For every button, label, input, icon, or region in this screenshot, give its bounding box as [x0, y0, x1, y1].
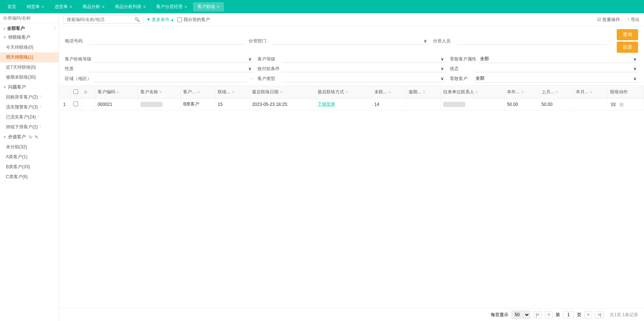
nav-home[interactable]: 首页: [3, 2, 21, 11]
sidebar-collapse-icon[interactable]: 《: [52, 26, 56, 31]
nav-close-sales[interactable]: ✕: [41, 5, 44, 9]
sort-ctype-icon: ⇅: [197, 90, 200, 94]
price-level-select[interactable]: ∨: [94, 56, 253, 63]
customer-type-select[interactable]: ∨: [282, 75, 446, 82]
sidebar-search-input[interactable]: [3, 15, 58, 21]
query-setting-btns: 查询 设置: [617, 29, 638, 53]
sidebar-item-overdue[interactable]: 逾期未联络(30): [0, 72, 59, 82]
chevron-down-price: ∨: [248, 56, 252, 62]
th-last-method[interactable]: 最后联络方式 ⇅: [315, 86, 372, 99]
action-icon-1[interactable]: ☎: [610, 101, 616, 107]
th-overdue[interactable]: 逾期... ⇅: [406, 86, 441, 99]
group-arrow-pending[interactable]: ▼: [3, 35, 7, 39]
prev-page-btn[interactable]: <: [545, 311, 553, 318]
retail-attr-select[interactable]: 全部 ∨: [479, 55, 638, 63]
batch-ops-btn[interactable]: ☑ 批量操作: [597, 17, 620, 23]
sidebar-item-7days[interactable]: 近7天待联络(0): [0, 62, 59, 72]
sidebar-item-class-a[interactable]: A类客户(1): [0, 152, 59, 162]
search-icon[interactable]: 🔍: [134, 17, 140, 22]
chevron-down-nature: ∨: [248, 66, 252, 71]
method-link[interactable]: 下销货单: [318, 101, 335, 107]
th-not-contacted[interactable]: 未联... ⇅: [372, 86, 406, 99]
th-last-date[interactable]: 最后联络日期 ⇅: [250, 86, 315, 99]
next-page-btn[interactable]: >: [584, 311, 592, 318]
th-gear: ⚙: [81, 86, 95, 99]
nav-close-purchase[interactable]: ✕: [69, 5, 72, 9]
sidebar-item-repurchase-abnormal[interactable]: 回购异常客户(2) ?: [0, 92, 59, 102]
status-select[interactable]: ∨: [474, 65, 638, 72]
select-all-checkbox[interactable]: [73, 89, 78, 94]
th-customer-type[interactable]: 客户... ⇅: [181, 86, 215, 99]
cell-name[interactable]: [138, 99, 181, 110]
page-number-input[interactable]: [563, 311, 574, 318]
th-contact[interactable]: 联络... ⇅: [215, 86, 249, 99]
gear-icon[interactable]: ⚙: [84, 90, 88, 95]
main-layout: 🔍 ≡ 全部客户 《 ▼ 待联络客户 今天待联络(0) 明天待联络(1) 近7天…: [0, 13, 644, 321]
sidebar-search-area: 🔍: [0, 13, 59, 23]
dept-select[interactable]: ∨: [273, 38, 428, 45]
nav-close-product-analysis[interactable]: ✕: [102, 5, 105, 9]
cell-last-method[interactable]: 下销货单: [315, 99, 372, 110]
group-arrow-value[interactable]: ▼: [3, 135, 7, 139]
sidebar-item-declining[interactable]: 持续下滑客户(2) ?: [0, 122, 59, 132]
nav-close-customer-contact[interactable]: ✕: [217, 5, 220, 9]
my-customers-checkbox[interactable]: [177, 17, 182, 22]
sort-ty-icon: ⇅: [521, 90, 524, 94]
export-btn[interactable]: ↑ 导出: [627, 17, 640, 23]
th-code[interactable]: 客户编码 ⇅: [95, 86, 138, 99]
th-this-year[interactable]: 本年... ⇅: [505, 86, 539, 99]
value-edit-icon[interactable]: ✎: [35, 135, 38, 140]
th-name[interactable]: 客户名称 ⇅: [138, 86, 181, 99]
area-more-icon[interactable]: ···: [249, 76, 253, 81]
nav-product-analysis[interactable]: 商品分析 ✕: [78, 2, 109, 11]
sidebar-item-churn-warning[interactable]: 流失预警客户(3) ?: [0, 102, 59, 112]
nav-product-analysis-list[interactable]: 商品分析列表 ✕: [111, 2, 150, 11]
nav-purchase-order[interactable]: 进货单 ✕: [50, 2, 77, 11]
field-retail-attr: 零散客户属性 全部 ∨: [450, 55, 638, 63]
sidebar-item-class-b[interactable]: B类客户(33): [0, 162, 59, 172]
setting-btn[interactable]: 设置: [617, 42, 638, 53]
nav-customer-contact[interactable]: 客户联络 ✕: [193, 2, 224, 11]
chevron-down-ctype: ∨: [441, 76, 444, 81]
search-input[interactable]: [67, 17, 133, 22]
payment-select[interactable]: ∨: [282, 65, 446, 72]
phone-input[interactable]: [89, 38, 244, 45]
value-refresh-icon[interactable]: ↻: [29, 135, 32, 140]
more-conditions-btn[interactable]: ▼ 更多条件 ▲: [146, 17, 174, 23]
nav-customer-layered[interactable]: 客户分层经营 ✕: [152, 2, 192, 11]
sort-lm-icon: ⇅: [555, 90, 558, 94]
nature-select[interactable]: ∨: [89, 65, 253, 72]
group-title-problem: ▼ 问题客户: [0, 82, 59, 92]
sidebar-item-today[interactable]: 今天待联络(0): [0, 42, 59, 52]
nav-sales-order[interactable]: 销货单 ✕: [22, 2, 49, 11]
cell-check[interactable]: [70, 99, 81, 110]
nav-close-customer-layered[interactable]: ✕: [184, 5, 187, 9]
field-price-level: 客户价格等级 ∨: [65, 56, 253, 63]
first-page-btn[interactable]: |<: [533, 311, 542, 318]
per-page-select[interactable]: 50 100: [511, 311, 530, 319]
all-customers-title[interactable]: ≡ 全部客户: [3, 25, 25, 32]
retail-customer-select[interactable]: 全部 ∨: [474, 75, 638, 83]
area-input[interactable]: [94, 75, 247, 82]
sidebar-item-ungrouped[interactable]: 未分组(32): [0, 142, 59, 152]
last-page-btn[interactable]: >|: [595, 311, 604, 318]
sidebar-item-class-c[interactable]: C类客户(6): [0, 172, 59, 182]
cell-code: 000021: [95, 99, 138, 110]
sidebar-item-churned[interactable]: 已流失客户(24) ?: [0, 112, 59, 122]
th-contact-person[interactable]: 往来单位联系人 ⇅: [441, 86, 504, 99]
customer-level-select[interactable]: ∨: [282, 56, 446, 63]
group-arrow-problem[interactable]: ▼: [3, 85, 7, 89]
action-icon-2[interactable]: ⊞: [619, 101, 624, 107]
chevron-down-dept: ∨: [424, 38, 427, 44]
query-btn[interactable]: 查询: [617, 29, 638, 40]
row-checkbox[interactable]: [73, 101, 78, 106]
cell-action: ☎ ⊞: [608, 99, 644, 110]
nav-close-product-list[interactable]: ✕: [143, 5, 146, 9]
person-input[interactable]: [457, 38, 606, 45]
th-last-month[interactable]: 上月... ⇅: [539, 86, 573, 99]
cell-this-month: [573, 99, 608, 110]
sidebar-item-tomorrow[interactable]: 明天待联络(1): [0, 52, 59, 62]
th-this-month[interactable]: 本月... ⇅: [573, 86, 608, 99]
pagination: 每页显示 50 100 |< < 第 页 > >| 共1页 1条记录: [59, 308, 644, 321]
person-more-icon[interactable]: ···: [609, 38, 612, 44]
